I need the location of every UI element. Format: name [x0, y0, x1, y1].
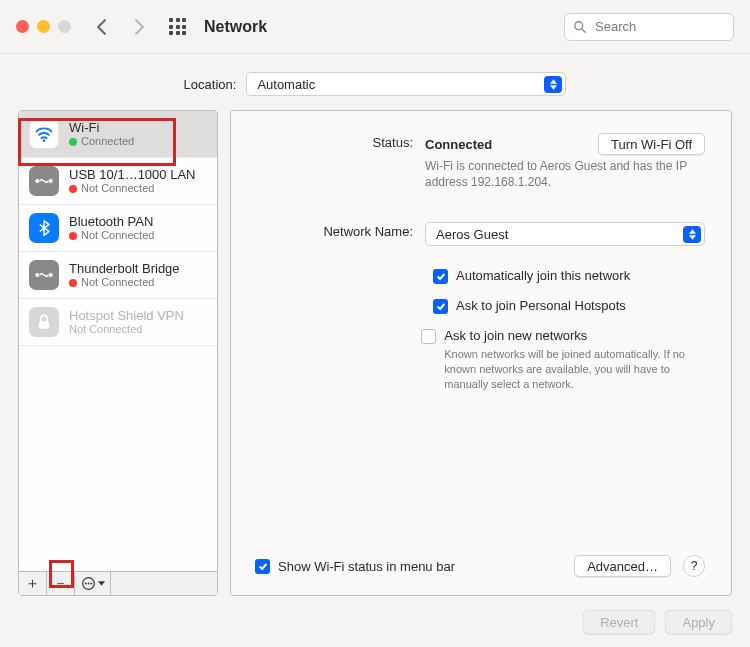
personal-hotspot-label: Ask to join Personal Hotspots: [456, 298, 626, 313]
sidebar-item-bluetooth[interactable]: Bluetooth PAN Not Connected: [19, 205, 217, 252]
advanced-button[interactable]: Advanced…: [574, 555, 671, 577]
sidebar-item-vpn[interactable]: Hotspot Shield VPN Not Connected: [19, 299, 217, 346]
svg-point-4: [49, 179, 53, 183]
personal-hotspot-checkbox[interactable]: [433, 299, 448, 314]
show-status-menubar-label: Show Wi-Fi status in menu bar: [278, 559, 455, 574]
svg-point-3: [35, 179, 39, 183]
service-actions-button[interactable]: [75, 572, 111, 595]
ellipsis-circle-icon: [81, 576, 96, 591]
location-label: Location:: [184, 77, 237, 92]
services-sidebar: Wi-Fi Connected USB 10/1…1000 LAN Not Co…: [18, 110, 218, 596]
svg-rect-7: [39, 321, 49, 329]
svg-point-9: [84, 583, 86, 585]
sidebar-item-label: Bluetooth PAN: [69, 214, 154, 229]
auto-join-label: Automatically join this network: [456, 268, 630, 283]
svg-point-0: [575, 21, 583, 29]
ethernet-icon: [29, 166, 59, 196]
bottom-button-row: Revert Apply: [0, 610, 750, 647]
status-dot-icon: [69, 138, 77, 146]
svg-point-2: [43, 139, 46, 142]
status-dot-icon: [69, 232, 77, 240]
add-service-button[interactable]: ＋: [19, 572, 47, 595]
forward-button[interactable]: [125, 18, 153, 36]
minimize-window-button[interactable]: [37, 20, 50, 33]
chevron-left-icon: [95, 18, 108, 36]
sidebar-item-label: Hotspot Shield VPN: [69, 308, 184, 323]
sidebar-footer: ＋ －: [19, 571, 217, 595]
back-button[interactable]: [87, 18, 115, 36]
sidebar-item-thunderbolt[interactable]: Thunderbolt Bridge Not Connected: [19, 252, 217, 299]
auto-join-checkbox[interactable]: [433, 269, 448, 284]
ask-new-networks-checkbox[interactable]: [421, 329, 436, 344]
window-titlebar: Network: [0, 0, 750, 54]
svg-point-5: [35, 273, 39, 277]
show-status-menubar-checkbox[interactable]: [255, 559, 270, 574]
status-dot-icon: [69, 185, 77, 193]
status-subtext: Wi-Fi is connected to Aeros Guest and ha…: [425, 159, 705, 190]
svg-line-1: [582, 28, 585, 31]
window-title: Network: [204, 18, 267, 36]
traffic-lights: [16, 20, 71, 33]
svg-point-11: [90, 583, 92, 585]
all-preferences-button[interactable]: [169, 18, 186, 35]
location-select[interactable]: Automatic: [246, 72, 566, 96]
remove-service-button[interactable]: －: [47, 572, 75, 595]
close-window-button[interactable]: [16, 20, 29, 33]
svg-point-6: [49, 273, 53, 277]
revert-button[interactable]: Revert: [583, 610, 655, 634]
search-input[interactable]: [593, 18, 725, 35]
ask-new-networks-label: Ask to join new networks: [444, 328, 587, 343]
svg-point-10: [87, 583, 89, 585]
bluetooth-icon: [29, 213, 59, 243]
chevron-right-icon: [133, 18, 146, 36]
chevron-updown-icon: [544, 76, 562, 93]
sidebar-item-wifi[interactable]: Wi-Fi Connected: [19, 111, 217, 158]
lock-icon: [29, 307, 59, 337]
wifi-toggle-button[interactable]: Turn Wi-Fi Off: [598, 133, 705, 155]
sidebar-item-usb-lan[interactable]: USB 10/1…1000 LAN Not Connected: [19, 158, 217, 205]
chevron-down-icon: [98, 581, 105, 586]
detail-panel: Status: Connected Turn Wi-Fi Off Wi-Fi i…: [230, 110, 732, 596]
search-field[interactable]: [564, 13, 734, 41]
sidebar-item-label: Thunderbolt Bridge: [69, 261, 180, 276]
status-value: Connected: [425, 137, 492, 152]
search-icon: [573, 20, 587, 34]
sidebar-item-label: Wi-Fi: [69, 120, 134, 135]
ask-new-networks-subtext: Known networks will be joined automatica…: [444, 347, 705, 392]
network-name-label: Network Name:: [255, 222, 413, 239]
status-dot-icon: [69, 279, 77, 287]
thunderbolt-icon: [29, 260, 59, 290]
chevron-updown-icon: [683, 226, 701, 243]
network-name-select[interactable]: Aeros Guest: [425, 222, 705, 246]
location-value: Automatic: [257, 77, 315, 92]
sidebar-item-label: USB 10/1…1000 LAN: [69, 167, 195, 182]
network-name-value: Aeros Guest: [436, 227, 508, 242]
services-list: Wi-Fi Connected USB 10/1…1000 LAN Not Co…: [19, 111, 217, 571]
wifi-icon: [29, 119, 59, 149]
help-button[interactable]: ?: [683, 555, 705, 577]
status-label: Status:: [255, 133, 413, 150]
zoom-window-button[interactable]: [58, 20, 71, 33]
location-row: Location: Automatic: [0, 54, 750, 110]
apply-button[interactable]: Apply: [665, 610, 732, 634]
